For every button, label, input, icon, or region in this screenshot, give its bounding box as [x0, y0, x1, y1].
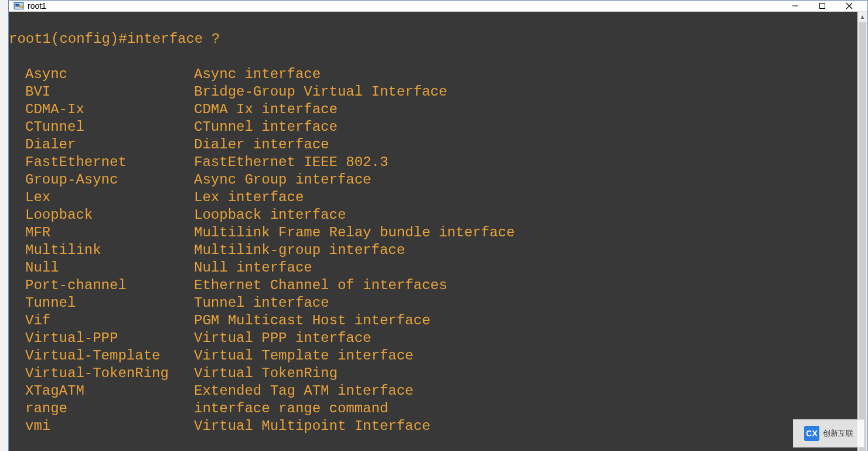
option-keyword: Async: [25, 66, 194, 83]
indent: [9, 365, 25, 382]
putty-window: root1 root1(config)#interface ? AsyncAsy…: [8, 0, 868, 451]
interface-option-row: rangeinterface range command: [9, 400, 857, 418]
interface-option-row: TunnelTunnel interface: [9, 294, 857, 312]
interface-option-row: LexLex interface: [9, 189, 857, 206]
window-title: root1: [28, 1, 46, 11]
interface-option-row: Group-AsyncAsync Group interface: [9, 171, 857, 189]
indent: [9, 312, 25, 330]
interface-option-row: AsyncAsync interface: [9, 66, 857, 83]
titlebar: root1: [9, 1, 867, 12]
indent: [9, 418, 25, 435]
svg-rect-2: [20, 6, 23, 8]
option-keyword: Group-Async: [25, 171, 194, 189]
window-controls: [782, 1, 863, 11]
interface-option-row: DialerDialer interface: [9, 136, 857, 154]
option-keyword: MFR: [25, 224, 194, 242]
interface-option-row: XTagATMExtended Tag ATM interface: [9, 382, 857, 400]
background-page-strip: [0, 0, 8, 451]
interface-option-row: Virtual-TokenRingVirtual TokenRing: [9, 365, 857, 382]
option-description: Virtual Template interface: [194, 347, 413, 365]
close-button[interactable]: [836, 1, 863, 11]
svg-rect-4: [820, 4, 825, 9]
indent: [9, 154, 25, 171]
indent: [9, 242, 25, 259]
option-keyword: Virtual-Template: [25, 347, 194, 365]
option-keyword: Virtual-TokenRing: [25, 365, 194, 382]
option-description: interface range command: [194, 400, 388, 418]
interface-option-row: MFRMultilink Frame Relay bundle interfac…: [9, 224, 857, 242]
option-description: Multilink-group interface: [194, 242, 405, 259]
interface-option-row: BVIBridge-Group Virtual Interface: [9, 83, 857, 101]
option-keyword: Null: [25, 259, 194, 277]
indent: [9, 277, 25, 294]
indent: [9, 206, 25, 224]
option-keyword: FastEthernet: [25, 154, 194, 171]
option-description: FastEthernet IEEE 802.3: [194, 154, 388, 171]
option-keyword: XTagATM: [25, 382, 194, 400]
indent: [9, 400, 25, 418]
option-description: Async interface: [194, 66, 321, 83]
option-description: Multilink Frame Relay bundle interface: [194, 224, 515, 242]
option-description: PGM Multicast Host interface: [194, 312, 430, 330]
interface-option-row: VifPGM Multicast Host interface: [9, 312, 857, 330]
maximize-button[interactable]: [809, 1, 836, 11]
terminal-area[interactable]: root1(config)#interface ? AsyncAsync int…: [9, 12, 857, 451]
indent: [9, 101, 25, 118]
option-keyword: BVI: [25, 83, 194, 101]
option-keyword: CTunnel: [25, 118, 194, 136]
option-keyword: Dialer: [25, 136, 194, 154]
option-description: Ethernet Channel of interfaces: [194, 277, 447, 294]
scrollbar-up-arrow[interactable]: ▲: [857, 12, 867, 22]
option-description: CDMA Ix interface: [194, 101, 338, 118]
option-description: Async Group interface: [194, 171, 371, 189]
option-description: Lex interface: [194, 189, 304, 206]
option-description: Virtual Multipoint Interface: [194, 418, 430, 435]
indent: [9, 83, 25, 101]
indent: [9, 224, 25, 242]
indent: [9, 259, 25, 277]
option-description: Null interface: [194, 259, 312, 277]
interface-option-row: LoopbackLoopback interface: [9, 206, 857, 224]
option-keyword: Loopback: [25, 206, 194, 224]
indent: [9, 347, 25, 365]
option-keyword: Port-channel: [25, 277, 194, 294]
option-keyword: Multilink: [25, 242, 194, 259]
option-keyword: Tunnel: [25, 294, 194, 312]
indent: [9, 382, 25, 400]
interface-option-row: Virtual-TemplateVirtual Template interfa…: [9, 347, 857, 365]
option-keyword: vmi: [25, 418, 194, 435]
indent: [9, 330, 25, 347]
interface-option-row: FastEthernetFastEthernet IEEE 802.3: [9, 154, 857, 171]
option-keyword: CDMA-Ix: [25, 101, 194, 118]
option-keyword: Vif: [25, 312, 194, 330]
indent: [9, 294, 25, 312]
interface-option-row: MultilinkMultilink-group interface: [9, 242, 857, 259]
indent: [9, 136, 25, 154]
putty-icon: [13, 1, 24, 11]
option-description: Extended Tag ATM interface: [194, 382, 413, 400]
indent: [9, 171, 25, 189]
indent: [9, 118, 25, 136]
option-description: Dialer interface: [194, 136, 329, 154]
option-keyword: range: [25, 400, 194, 418]
svg-rect-1: [15, 4, 19, 7]
option-description: CTunnel interface: [194, 118, 338, 136]
scrollbar-thumb[interactable]: [859, 22, 866, 451]
interface-option-row: NullNull interface: [9, 259, 857, 277]
minimize-button[interactable]: [782, 1, 809, 11]
option-description: Tunnel interface: [194, 294, 329, 312]
interface-option-row: vmiVirtual Multipoint Interface: [9, 418, 857, 435]
option-description: Bridge-Group Virtual Interface: [194, 83, 447, 101]
option-description: Virtual TokenRing: [194, 365, 338, 382]
option-keyword: Virtual-PPP: [25, 330, 194, 347]
interface-option-row: Virtual-PPPVirtual PPP interface: [9, 330, 857, 347]
option-description: Virtual PPP interface: [194, 330, 371, 347]
option-keyword: Lex: [25, 189, 194, 206]
interface-option-row: CTunnelCTunnel interface: [9, 118, 857, 136]
indent: [9, 66, 25, 83]
option-description: Loopback interface: [194, 206, 346, 224]
vertical-scrollbar[interactable]: ▲ ▼: [857, 12, 867, 451]
interface-option-row: CDMA-IxCDMA Ix interface: [9, 101, 857, 118]
interface-option-row: Port-channelEthernet Channel of interfac…: [9, 277, 857, 294]
terminal-prompt-top: root1(config)#interface ?: [9, 30, 857, 48]
